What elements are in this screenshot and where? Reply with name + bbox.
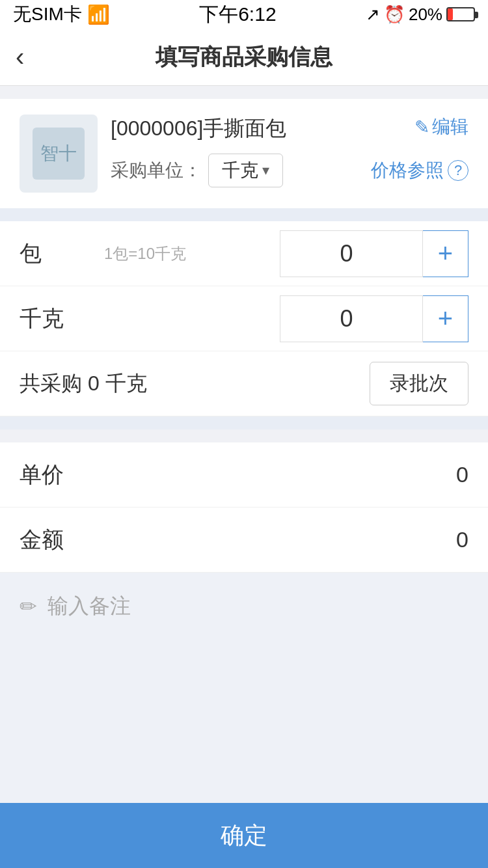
unit-price-label: 单价 [20, 460, 64, 490]
back-button[interactable]: ‹ [16, 42, 24, 72]
summary-row: 共采购 0 千克 录批次 [0, 351, 488, 416]
status-bar: 无SIM卡 📶 下午6:12 ↗ ⏰ 20% [0, 0, 488, 29]
chevron-down-icon: ▾ [262, 162, 269, 179]
bao-row: 包 1包=10千克 + [0, 221, 488, 286]
info-section: 单价 0 金额 0 [0, 442, 488, 573]
kg-input[interactable] [280, 295, 423, 342]
alarm-icon: ⏰ [384, 5, 405, 25]
kg-row: 千克 + [0, 286, 488, 351]
location-icon: ↗ [366, 5, 380, 25]
bao-input[interactable] [280, 230, 423, 277]
product-info: [0000006]手撕面包 ✎ 编辑 采购单位： 千克 ▾ 价格参照 ? [111, 115, 468, 187]
product-image: 智十 [20, 115, 98, 193]
amount-label: 金额 [20, 525, 64, 555]
divider-1 [0, 208, 488, 221]
edit-icon: ✎ [414, 116, 429, 138]
note-section[interactable]: ✏ 输入备注 [0, 573, 488, 640]
unit-price-value: 0 [456, 462, 468, 487]
wifi-icon: 📶 [87, 4, 110, 25]
product-header: [0000006]手撕面包 ✎ 编辑 [111, 115, 468, 143]
battery-icon [446, 7, 475, 21]
price-ref-button[interactable]: 价格参照 ? [371, 158, 468, 183]
product-card: 智十 [0000006]手撕面包 ✎ 编辑 采购单位： 千克 ▾ 价格参照 ? [0, 99, 488, 208]
edit-button[interactable]: ✎ 编辑 [414, 115, 468, 139]
product-logo: 智十 [33, 128, 85, 180]
bao-plus-button[interactable]: + [423, 230, 468, 277]
status-right: ↗ ⏰ 20% [366, 5, 475, 25]
unit-label: 采购单位： [111, 158, 202, 183]
kg-plus-button[interactable]: + [423, 295, 468, 342]
amount-value: 0 [456, 527, 468, 552]
logo-text: 智十 [40, 141, 77, 166]
battery-percent: 20% [409, 5, 442, 25]
batch-button[interactable]: 录批次 [370, 362, 468, 405]
bao-input-group: + [280, 230, 468, 277]
product-unit-row: 采购单位： 千克 ▾ 价格参照 ? [111, 154, 468, 187]
kg-label: 千克 [20, 304, 98, 334]
form-section: 包 1包=10千克 + 千克 + 共采购 0 千克 录批次 [0, 221, 488, 416]
product-name: [0000006]手撕面包 [111, 115, 286, 143]
note-placeholder: 输入备注 [47, 592, 131, 621]
kg-input-group: + [280, 295, 468, 342]
unit-value: 千克 [222, 158, 258, 183]
carrier-text: 无SIM卡 [13, 2, 82, 27]
status-time: 下午6:12 [199, 1, 276, 28]
edit-label: 编辑 [432, 115, 468, 139]
nav-bar: ‹ 填写商品采购信息 [0, 29, 488, 86]
confirm-button[interactable]: 确定 [0, 803, 488, 868]
status-left: 无SIM卡 📶 [13, 2, 110, 27]
help-icon: ? [448, 160, 468, 181]
unit-select[interactable]: 千克 ▾ [208, 154, 283, 187]
unit-price-row: 单价 0 [0, 442, 488, 508]
bao-sublabel: 1包=10千克 [104, 243, 186, 264]
price-ref-label: 价格参照 [371, 158, 444, 183]
divider-2 [0, 416, 488, 429]
pencil-icon: ✏ [20, 594, 37, 619]
amount-row: 金额 0 [0, 508, 488, 573]
total-label: 共采购 0 千克 [20, 370, 147, 398]
page-title: 填写商品采购信息 [156, 42, 332, 72]
unit-selector[interactable]: 采购单位： 千克 ▾ [111, 154, 283, 187]
empty-area [0, 640, 488, 822]
bao-label: 包 [20, 239, 98, 269]
